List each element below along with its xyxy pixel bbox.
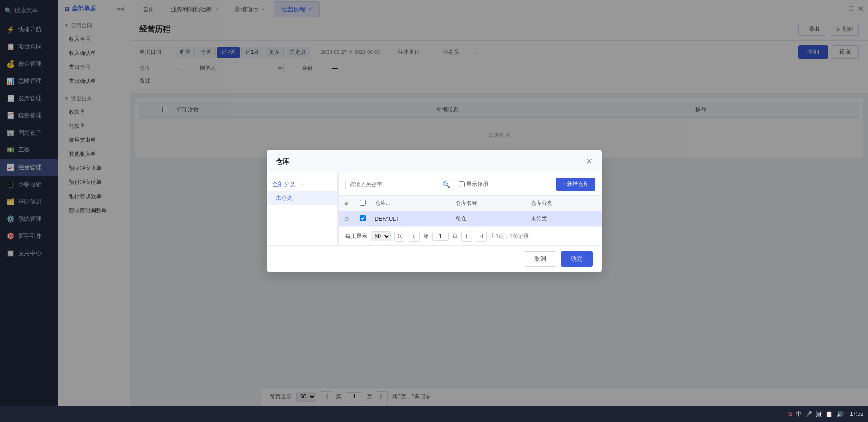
category-scrollbar	[337, 173, 339, 245]
row-name: 总仓	[451, 211, 526, 227]
modal-table-toolbar: 🔍 显示停用 + 新增仓库	[339, 173, 602, 196]
taskbar-img-icon[interactable]: 🖼	[816, 411, 822, 417]
category-panel: 全部分类 《 未分类	[267, 173, 339, 245]
th-modal-name: 仓库名称	[451, 196, 526, 211]
modal-select-all[interactable]	[360, 200, 366, 206]
modal-table-body: ⚙ DEFAULT 总仓 未分类	[339, 211, 602, 227]
modal-header: 仓库 ✕	[267, 150, 602, 173]
modal-next-button[interactable]: ⟩	[461, 231, 472, 242]
category-collapse-icon[interactable]: 《	[298, 181, 303, 188]
modal-page-suffix: 页	[452, 233, 458, 240]
confirm-button[interactable]: 确定	[561, 251, 593, 267]
modal-overlay: 仓库 ✕ 全部分类 《 未分类 🔍	[0, 0, 868, 422]
modal-page-label: 第	[423, 233, 429, 240]
row-gear: ⚙	[339, 211, 355, 227]
th-modal-gear: ⚙	[339, 196, 355, 211]
modal-body: 全部分类 《 未分类 🔍 显示停用	[267, 173, 602, 245]
th-modal-check	[355, 196, 370, 211]
show-disabled-checkbox[interactable]	[459, 181, 465, 187]
th-modal-category: 仓库分类	[526, 196, 601, 211]
modal-title: 仓库	[276, 157, 289, 166]
th-modal-code: 仓库...	[370, 196, 451, 211]
taskbar-volume-icon[interactable]: 🔊	[836, 411, 844, 417]
taskbar-ime-icon[interactable]: 中	[796, 410, 801, 418]
modal-close-button[interactable]: ✕	[586, 156, 593, 166]
taskbar-clipboard-icon[interactable]: 📋	[825, 411, 833, 417]
row-checkbox[interactable]	[360, 215, 366, 221]
row-code: DEFAULT	[370, 211, 451, 227]
modal-first-button[interactable]: ⟨⟨	[394, 231, 405, 242]
taskbar-mic-icon[interactable]: 🎤	[805, 411, 812, 417]
row-gear-btn[interactable]: ⚙	[344, 215, 350, 223]
cancel-button[interactable]: 取消	[524, 251, 556, 267]
modal-table-row[interactable]: ⚙ DEFAULT 总仓 未分类	[339, 211, 602, 227]
modal-page-size-select[interactable]: 50	[371, 231, 391, 241]
taskbar: S 中 🎤 🖼 📋 🔊 17:52	[0, 406, 868, 422]
taskbar-time: 17:52	[850, 411, 863, 417]
search-box: 🔍	[345, 179, 454, 190]
modal-table-wrapper: ⚙ 仓库... 仓库名称 仓库分类	[339, 196, 602, 227]
search-input[interactable]	[350, 181, 442, 188]
modal-page-size-label: 每页显示	[345, 233, 367, 240]
category-items: 未分类	[267, 191, 339, 205]
modal-page-input[interactable]	[432, 232, 449, 241]
row-category: 未分类	[526, 211, 601, 227]
modal-total-info: 共1页，1条记录	[490, 233, 529, 240]
row-check	[355, 211, 370, 227]
warehouse-modal: 仓库 ✕ 全部分类 《 未分类 🔍	[267, 150, 602, 272]
search-icon: 🔍	[442, 181, 450, 188]
taskbar-logo: S	[788, 410, 792, 417]
modal-table: ⚙ 仓库... 仓库名称 仓库分类	[339, 196, 602, 227]
modal-footer: 取消 确定	[267, 245, 602, 272]
show-disabled-label: 显示停用	[459, 180, 488, 188]
modal-table-header: ⚙ 仓库... 仓库名称 仓库分类	[339, 196, 602, 211]
table-panel: 🔍 显示停用 + 新增仓库 ⚙	[339, 173, 602, 245]
modal-pagination: 每页显示 50 ⟨⟨ ⟨ 第 页 ⟩ ⟩⟩ 共1页，1条记录	[339, 227, 602, 245]
add-warehouse-button[interactable]: + 新增仓库	[556, 178, 595, 191]
category-all-label: 全部分类	[272, 180, 296, 189]
category-item-未分类[interactable]: 未分类	[267, 191, 339, 205]
category-all[interactable]: 全部分类 《	[267, 178, 339, 191]
modal-last-button[interactable]: ⟩⟩	[476, 231, 487, 242]
modal-prev-button[interactable]: ⟨	[409, 231, 420, 242]
